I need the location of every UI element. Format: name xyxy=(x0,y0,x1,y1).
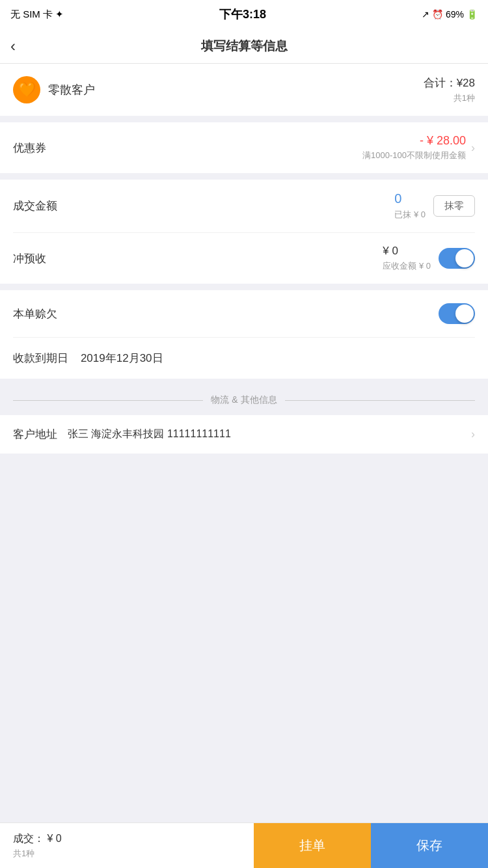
customer-name: 零散客户 xyxy=(48,82,95,98)
round-off-button[interactable]: 抹零 xyxy=(433,195,475,217)
coupon-amount: - ¥ 28.00 xyxy=(362,134,466,148)
avatar-icon: 🧡 xyxy=(18,81,36,98)
prepay-right: ¥ 0 应收金额 ¥ 0 xyxy=(383,245,475,272)
debit-toggle-knob xyxy=(455,305,474,323)
save-button[interactable]: 保存 xyxy=(371,823,488,869)
due-date-row: 收款到期日 2019年12月30日 xyxy=(13,338,475,379)
prepay-label: 冲预收 xyxy=(13,251,46,266)
alarm-icon: ⏰ xyxy=(432,9,443,20)
address-label: 客户地址 xyxy=(13,427,57,442)
prepay-amount: ¥ 0 xyxy=(383,245,431,258)
prepay-row: 冲预收 ¥ 0 应收金额 ¥ 0 xyxy=(13,233,475,284)
customer-left: 🧡 零散客户 xyxy=(13,76,95,103)
customer-header: 🧡 零散客户 合计：¥28 共1种 xyxy=(0,64,488,116)
coupon-label: 优惠券 xyxy=(13,141,46,156)
debit-row: 本单赊欠 xyxy=(13,290,475,338)
transaction-amount-container: 0 已抹 ¥ 0 xyxy=(394,191,426,221)
coupon-right: - ¥ 28.00 满1000-100不限制使用金额 › xyxy=(362,134,475,161)
transaction-amount-value: 0 xyxy=(394,191,426,206)
status-right: ↗ ⏰ 69% 🔋 xyxy=(422,9,478,20)
logistics-title: 物流 & 其他信息 xyxy=(211,394,277,406)
battery-level: 69% xyxy=(446,9,464,20)
transaction-amount-row: 成交金额 0 已抹 ¥ 0 抹零 xyxy=(13,180,475,233)
prepay-toggle[interactable] xyxy=(439,248,475,269)
coupon-desc: 满1000-100不限制使用金额 xyxy=(362,150,466,161)
already-rounded-text: 已抹 ¥ 0 xyxy=(394,209,426,221)
bottom-spacer xyxy=(0,460,488,512)
address-section[interactable]: 客户地址 张三 海淀永丰科技园 11111111111 › xyxy=(0,415,488,454)
debit-label: 本单赊欠 xyxy=(13,306,57,321)
toggle-knob xyxy=(455,249,474,267)
customer-total: 合计：¥28 xyxy=(424,75,475,90)
bottom-bar: 成交： ¥ 0 共1种 挂单 保存 xyxy=(0,822,488,868)
page-title: 填写结算等信息 xyxy=(201,38,288,55)
customer-count: 共1种 xyxy=(424,92,475,104)
battery-icon: 🔋 xyxy=(467,9,478,20)
transaction-amount-right: 0 已抹 ¥ 0 抹零 xyxy=(394,191,475,221)
sim-status: 无 SIM 卡 ✦ xyxy=(10,8,64,21)
address-chevron-icon: › xyxy=(471,427,475,441)
chevron-right-icon: › xyxy=(471,141,475,155)
transaction-amount-label: 成交金额 xyxy=(13,198,57,213)
hang-order-button[interactable]: 挂单 xyxy=(254,823,371,869)
coupon-section[interactable]: 优惠券 - ¥ 28.00 满1000-100不限制使用金额 › xyxy=(0,122,488,173)
content-area: 🧡 零散客户 合计：¥28 共1种 优惠券 - ¥ 28.00 满1000-10… xyxy=(0,64,488,512)
bottom-summary-count: 共1种 xyxy=(13,848,241,860)
transaction-section: 成交金额 0 已抹 ¥ 0 抹零 冲预收 ¥ 0 应收金额 ¥ 0 xyxy=(0,180,488,284)
due-date-label: 收款到期日 2019年12月30日 xyxy=(13,352,163,364)
coupon-info: - ¥ 28.00 满1000-100不限制使用金额 xyxy=(362,134,466,161)
customer-right: 合计：¥28 共1种 xyxy=(424,75,475,104)
logistics-header: 物流 & 其他信息 xyxy=(0,385,488,415)
status-bar: 无 SIM 卡 ✦ 下午3:18 ↗ ⏰ 69% 🔋 xyxy=(0,0,488,29)
avatar: 🧡 xyxy=(13,76,40,103)
debit-section: 本单赊欠 收款到期日 2019年12月30日 xyxy=(0,290,488,379)
debit-toggle[interactable] xyxy=(439,303,475,324)
nav-bar: ‹ 填写结算等信息 xyxy=(0,29,488,64)
bottom-summary: 成交： ¥ 0 共1种 xyxy=(0,832,254,860)
prepay-amount-container: ¥ 0 应收金额 ¥ 0 xyxy=(383,245,431,272)
prepay-receivable: 应收金额 ¥ 0 xyxy=(383,260,431,272)
address-value: 张三 海淀永丰科技园 11111111111 xyxy=(68,427,466,441)
due-date-value: 2019年12月30日 xyxy=(81,352,163,364)
bottom-summary-top: 成交： ¥ 0 xyxy=(13,832,241,846)
bottom-summary-label: 成交： xyxy=(13,833,44,844)
location-icon: ↗ xyxy=(422,9,429,20)
back-button[interactable]: ‹ xyxy=(10,37,16,55)
status-left: 无 SIM 卡 ✦ xyxy=(10,8,64,21)
status-time: 下午3:18 xyxy=(219,7,266,22)
bottom-summary-amount: ¥ 0 xyxy=(47,833,61,844)
